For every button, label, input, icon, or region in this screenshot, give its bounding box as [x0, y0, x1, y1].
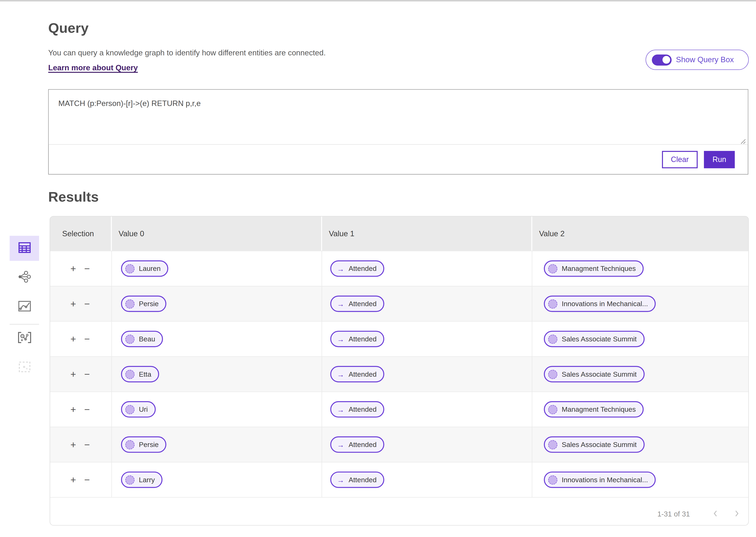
entity-chip[interactable]: Beau	[121, 331, 163, 347]
relation-chip[interactable]: → Attended	[330, 296, 384, 312]
node-icon	[125, 370, 135, 379]
value0-cell: Lauren	[112, 251, 322, 286]
pagination-next-button[interactable]	[734, 510, 739, 517]
relation-chip[interactable]: → Attended	[330, 366, 384, 382]
query-box: MATCH (p:Person)-[r]->(e) RETURN p,r,e C…	[48, 89, 748, 175]
column-header-selection: Selection	[50, 217, 112, 251]
value0-cell: Larry	[112, 462, 322, 497]
table-row: + − Persie → Attended Innovations in Mec…	[50, 286, 748, 321]
query-section-title: Query	[48, 20, 89, 36]
sidebar-item-chart-view[interactable]	[10, 300, 39, 314]
value2-cell: Innovations in Mechanical...	[532, 286, 748, 321]
entity-chip-label: Etta	[139, 370, 151, 378]
entity-chip-label: Lauren	[139, 265, 161, 272]
chevron-left-icon	[713, 510, 718, 517]
value1-cell: → Attended	[322, 322, 533, 356]
entity-chip[interactable]: Etta	[121, 366, 159, 382]
arrow-right-icon: →	[337, 300, 344, 308]
sidebar-item-graph-frame-view[interactable]	[10, 331, 39, 346]
table-row: + − Larry → Attended Innovations in Mech…	[50, 462, 748, 497]
value2-cell: Managment Techniques	[532, 251, 748, 286]
pagination-prev-button[interactable]	[713, 510, 718, 517]
sidebar-item-empty-view	[10, 361, 39, 375]
show-query-box-toggle[interactable]: Show Query Box	[646, 50, 749, 70]
table-row: + − Lauren → Attended Managment Techniqu…	[50, 251, 748, 286]
sidebar-item-graph-view[interactable]	[10, 270, 39, 285]
relation-chip-label: Attended	[349, 335, 377, 343]
value1-cell: → Attended	[322, 251, 533, 286]
table-view-icon	[18, 242, 30, 255]
add-to-graph-button[interactable]: +	[70, 264, 76, 273]
clear-button[interactable]: Clear	[662, 150, 698, 168]
table-row: + − Persie → Attended Sales Associate Su…	[50, 427, 748, 462]
remove-from-graph-button[interactable]: −	[84, 440, 90, 449]
entity-chip-label: Sales Associate Summit	[562, 335, 637, 343]
relation-chip[interactable]: → Attended	[330, 472, 384, 488]
selection-cell: + −	[50, 286, 112, 321]
graph-view-icon	[18, 270, 31, 285]
arrow-right-icon: →	[337, 335, 344, 343]
chart-view-icon	[18, 301, 30, 313]
node-icon	[548, 334, 557, 344]
add-to-graph-button[interactable]: +	[70, 404, 76, 414]
learn-more-link[interactable]: Learn more about Query	[48, 64, 138, 72]
entity-chip[interactable]: Persie	[121, 436, 166, 453]
relation-chip[interactable]: → Attended	[330, 401, 384, 418]
relation-chip[interactable]: → Attended	[330, 260, 384, 277]
entity-chip[interactable]: Uri	[121, 401, 155, 418]
entity-chip[interactable]: Lauren	[121, 260, 168, 277]
query-description: You can query a knowledge graph to ident…	[48, 49, 326, 58]
add-to-graph-button[interactable]: +	[70, 334, 76, 344]
node-icon	[125, 334, 135, 344]
selection-cell: + −	[50, 462, 112, 497]
arrow-right-icon: →	[337, 440, 344, 449]
sidebar-item-table-view[interactable]	[10, 236, 39, 261]
results-section-title: Results	[48, 189, 99, 205]
value1-cell: → Attended	[322, 392, 533, 427]
relation-chip[interactable]: → Attended	[330, 436, 384, 453]
entity-chip[interactable]: Sales Associate Summit	[544, 331, 644, 347]
add-to-graph-button[interactable]: +	[70, 475, 76, 484]
entity-chip[interactable]: Sales Associate Summit	[544, 436, 644, 453]
value2-cell: Innovations in Mechanical...	[532, 462, 748, 497]
remove-from-graph-button[interactable]: −	[84, 264, 90, 273]
entity-chip[interactable]: Managment Techniques	[544, 401, 644, 418]
relation-chip[interactable]: → Attended	[330, 331, 384, 347]
value2-cell: Managment Techniques	[532, 392, 748, 427]
entity-chip[interactable]: Managment Techniques	[544, 260, 644, 277]
entity-chip-label: Innovations in Mechanical...	[562, 476, 648, 483]
value2-cell: Sales Associate Summit	[532, 322, 748, 356]
entity-chip[interactable]: Sales Associate Summit	[544, 366, 644, 382]
add-to-graph-button[interactable]: +	[70, 369, 76, 379]
remove-from-graph-button[interactable]: −	[84, 369, 90, 379]
entity-chip[interactable]: Innovations in Mechanical...	[544, 296, 656, 312]
node-icon	[125, 440, 135, 449]
query-input[interactable]: MATCH (p:Person)-[r]->(e) RETURN p,r,e	[49, 90, 748, 145]
entity-chip[interactable]: Innovations in Mechanical...	[544, 472, 656, 488]
remove-from-graph-button[interactable]: −	[84, 404, 90, 414]
add-to-graph-button[interactable]: +	[70, 440, 76, 449]
pagination-label: 1-31 of 31	[657, 510, 690, 518]
entity-chip[interactable]: Larry	[121, 472, 162, 488]
graph-frame-view-icon	[18, 332, 31, 345]
value1-cell: → Attended	[322, 427, 533, 462]
toggle-switch-icon[interactable]	[652, 54, 672, 65]
arrow-right-icon: →	[337, 370, 344, 378]
entity-chip-label: Sales Associate Summit	[562, 441, 637, 448]
add-to-graph-button[interactable]: +	[70, 299, 76, 309]
entity-chip-label: Sales Associate Summit	[562, 370, 637, 378]
run-button[interactable]: Run	[704, 150, 735, 168]
entity-chip-label: Uri	[139, 405, 148, 413]
remove-from-graph-button[interactable]: −	[84, 299, 90, 309]
page: Query You can query a knowledge graph to…	[0, 0, 756, 537]
remove-from-graph-button[interactable]: −	[84, 475, 90, 484]
view-switcher-rail	[10, 236, 39, 385]
selection-cell: + −	[50, 357, 112, 392]
entity-chip-label: Larry	[139, 476, 155, 483]
table-row: + − Etta → Attended Sales Associate Summ…	[50, 356, 748, 392]
remove-from-graph-button[interactable]: −	[84, 334, 90, 344]
relation-chip-label: Attended	[349, 476, 377, 483]
entity-chip[interactable]: Persie	[121, 296, 166, 312]
table-row: + − Uri → Attended Managment Techniques	[50, 392, 748, 427]
entity-chip-label: Innovations in Mechanical...	[562, 300, 648, 308]
